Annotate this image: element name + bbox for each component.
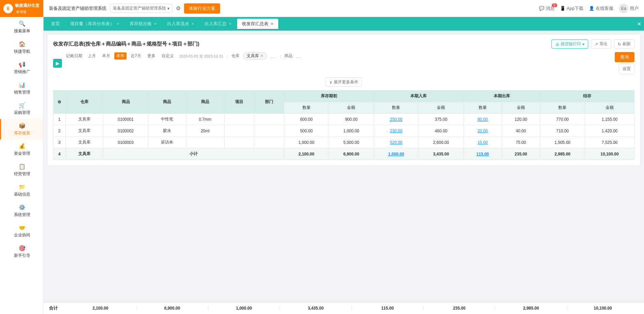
warehouse-filter-dots[interactable]: ... (270, 53, 277, 59)
table-row: 2 文具库 0100002 胶水 20ml 500.00 1,000.00 23… (53, 125, 634, 137)
row-goods-spec: 20ml (186, 125, 224, 137)
sidebar-item-collab[interactable]: 🤝 企业协同 (0, 221, 43, 242)
date-btn-custom[interactable]: 自定义 (160, 52, 176, 60)
expand-more-button[interactable]: ∨ 展开更多条件 (326, 78, 362, 87)
th-bal-qty: 数量 (540, 102, 585, 114)
row-warehouse: 文具库 (66, 114, 103, 125)
row-dept (254, 114, 284, 125)
subtotal-label: 小计 (103, 148, 284, 160)
warehouse-tag-close-icon[interactable]: ✕ (260, 54, 263, 58)
row-in-qty[interactable]: 520.00 (374, 137, 418, 148)
tab-inout-summary[interactable]: 出入库汇总 ✕ (200, 19, 236, 29)
th-group-in: 本期入库 (374, 90, 463, 102)
tab-close-icon[interactable]: ✕ (154, 22, 157, 26)
purchase-icon: 🛒 (19, 102, 26, 109)
footer-bal-qty: 2,985.00 (495, 306, 567, 311)
th-bal-amt: 金额 (585, 102, 634, 114)
filter-toggle-button[interactable]: ▶ (53, 59, 62, 68)
row-warehouse: 文具库 (66, 125, 103, 137)
sidebar-item-label: 系统管理 (14, 212, 30, 218)
home-icon: 🏠 (19, 41, 26, 47)
goods-filter-dots[interactable]: ... (296, 53, 302, 59)
chevron-down-icon: ▾ (167, 6, 169, 11)
tab-batch[interactable]: 库存批次账 ✕ (125, 19, 162, 29)
sidebar-item-quicknav[interactable]: 🏠 快捷导航 (0, 37, 43, 58)
sidebar-item-sales[interactable]: 📊 销售管理 (0, 78, 43, 99)
query-button[interactable]: 查询 (615, 52, 634, 62)
row-in-amt: 2,600.00 (418, 137, 463, 148)
row-project (224, 114, 254, 125)
filter-divider: | (227, 53, 228, 59)
trial-button[interactable]: 体验行业方案 (184, 3, 220, 14)
filter-divider2: | (280, 53, 281, 59)
refresh-button[interactable]: ↻ 刷新 (614, 39, 634, 49)
tab-home[interactable]: 首页 (46, 19, 65, 29)
row-out-qty[interactable]: 80.00 (463, 114, 501, 125)
online-service-item[interactable]: 👤 在线客服 (589, 5, 613, 12)
tab-stock-dist[interactable]: 现存量（库存分布表） ✕ (65, 19, 124, 29)
content-area: 收发存汇总表(按仓库＋商品编码＋商品＋规格型号＋项目＋部门) 🖨 拣货版打印 ▾… (44, 31, 644, 302)
filter-settings-button[interactable]: 设置 (619, 64, 634, 74)
row-bal-qty: 1,505.00 (540, 137, 585, 148)
tab-close-icon[interactable]: ✕ (270, 22, 274, 26)
system-title: 装备及固定资产辅助管理系统 (49, 5, 106, 12)
sidebar-item-label: 搜索菜单 (14, 28, 30, 34)
date-btn-more[interactable]: 更多 (145, 52, 158, 60)
row-out-amt: 75.00 (502, 137, 540, 148)
app-download-item[interactable]: 📱 App下载 (560, 5, 583, 12)
row-in-qty[interactable]: 250.00 (374, 114, 418, 125)
sidebar-item-system[interactable]: ⚙️ 系统管理 (0, 201, 43, 221)
tab-receive-summary[interactable]: 收发存汇总表 ✕ (237, 19, 278, 29)
main-area: 装备及固定资产辅助管理系统 装备及固定资产辅助管理系统 ▾ ⚙ 体验行业方案 💬… (44, 0, 644, 314)
subtotal-in-qty: 1,000.00 (374, 148, 418, 160)
sidebar-item-management[interactable]: 📋 经营管理 (0, 160, 43, 180)
row-bal-amt: 1,155.00 (585, 114, 634, 125)
sidebar-item-inventory[interactable]: 📦 库存核算 (0, 119, 43, 139)
message-badge: 6 (552, 3, 557, 7)
export-button[interactable]: ↗ 导出 (591, 39, 611, 49)
goods-label: 商品 (284, 53, 293, 59)
close-all-tabs-button[interactable]: ✕ (637, 21, 641, 27)
sidebar-item-purchase[interactable]: 🛒 采购管理 (0, 99, 43, 119)
avatar: Ea (619, 4, 628, 13)
tab-close-icon[interactable]: ✕ (191, 22, 194, 26)
table-footer: 合计 2,100.00 6,900.00 1,000.00 3,435.00 1… (44, 302, 644, 314)
row-bal-qty: 710.00 (540, 125, 585, 137)
sidebar-item-label: 企业协同 (14, 232, 30, 238)
tab-close-icon[interactable]: ✕ (229, 22, 232, 26)
sidebar-item-label: 快捷导航 (14, 49, 30, 54)
table-wrapper: ⚙ 仓库 商品 商品 商品 项目 部门 库存期初 本期入库 本期出库 结存 (48, 90, 640, 165)
info-icon: 📁 (19, 184, 26, 190)
th-in-amt: 金额 (418, 102, 463, 114)
th-out-amt: 金额 (502, 102, 540, 114)
sidebar-item-label: 资金管理 (14, 151, 30, 156)
sidebar-item-finance[interactable]: 💰 资金管理 (0, 139, 43, 160)
th-group-out: 本期出库 (463, 90, 540, 102)
row-out-qty[interactable]: 15.00 (463, 137, 501, 148)
sidebar-item-basic-info[interactable]: 📁 基础信息 (0, 180, 43, 201)
message-item[interactable]: 💬 消息 6 (539, 5, 555, 12)
date-btn-thismonth[interactable]: 本月 (100, 52, 112, 60)
footer-total-label: 合计 (49, 305, 58, 311)
date-btn-lastmonth[interactable]: 上月 (86, 52, 98, 60)
row-bal-amt: 7,525.00 (585, 137, 634, 148)
tab-label: 现存量（库存分布表） (70, 21, 114, 27)
tab-close-icon[interactable]: ✕ (116, 22, 119, 26)
row-in-qty[interactable]: 230.00 (374, 125, 418, 137)
print-button[interactable]: 🖨 拣货版打印 ▾ (551, 39, 588, 49)
tab-flow[interactable]: 出入库流水 ✕ (162, 19, 199, 29)
sidebar-item-search[interactable]: 🔍 搜索菜单 (0, 17, 43, 37)
sidebar-item-marketing[interactable]: 📢 营销推广 (0, 58, 43, 78)
date-btn-7days[interactable]: 近7天 (129, 52, 143, 60)
row-no: 3 (53, 137, 66, 148)
date-btn-thisyear[interactable]: 本年 (114, 52, 127, 60)
th-in-qty: 数量 (374, 102, 418, 114)
row-open-amt: 5,000.00 (329, 137, 374, 148)
sidebar-item-guide[interactable]: 🎯 新手引导 (0, 242, 43, 262)
row-project (224, 137, 254, 148)
user-item[interactable]: Ea 用户 (619, 4, 639, 13)
row-out-qty[interactable]: 20.00 (463, 125, 501, 137)
table-row: 1 文具库 0100001 中性笔 0.7mm 600.00 900.00 25… (53, 114, 634, 125)
system-dropdown[interactable]: 装备及固定资产辅助管理系统 ▾ (110, 4, 172, 13)
settings-gear-icon[interactable]: ⚙ (176, 5, 181, 12)
